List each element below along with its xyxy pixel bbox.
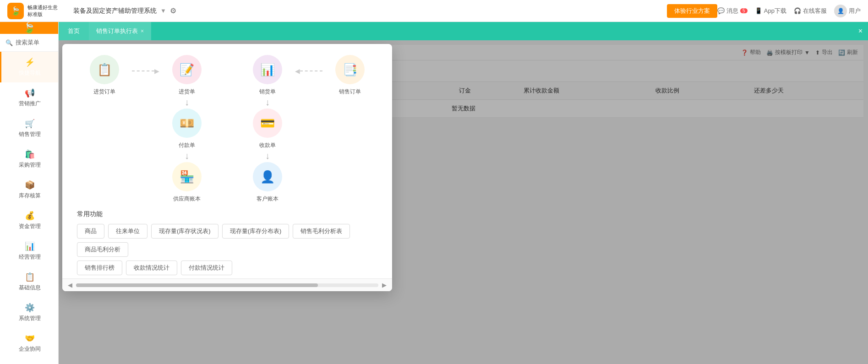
sales-order-circle: 📑: [335, 55, 365, 84]
sidebar: 🍃 🔍 搜索菜单 ⚡ 快捷导航 📢 营销推广 🛒 销售管理 🛍️ 采购管理: [0, 22, 59, 364]
content-area: 首页 销售订单执行表 × × ❓ 帮助 🖨️ 按模板打印: [59, 22, 868, 364]
basic-info-icon: 📋: [25, 272, 35, 282]
sidebar-item-purchase[interactable]: 🛍️ 采购管理: [0, 144, 58, 174]
tab-bar: 首页 销售订单执行表 × ×: [59, 22, 868, 40]
sidebar-item-label: 库存核算: [19, 192, 41, 200]
logo-area: 🍃 畅康通好生意 标准版: [7, 3, 66, 19]
purchase-bill-circle: 📝: [172, 55, 202, 84]
sales-bill-label: 销货单: [259, 88, 276, 96]
sidebar-item-sales[interactable]: 🛒 销售管理: [0, 113, 58, 144]
user-item[interactable]: 👤 用户: [834, 5, 861, 17]
flow-item-sales-order[interactable]: 📑 销售订单: [322, 55, 377, 96]
tab-bar-close-icon[interactable]: ×: [853, 27, 868, 35]
marketing-icon: 📢: [25, 88, 35, 98]
sidebar-item-label: 资金管理: [19, 223, 41, 230]
customer-account-circle: 👤: [253, 162, 282, 191]
inventory-icon: 📦: [25, 180, 35, 190]
btn-receipt-stats[interactable]: 收款情况统计: [126, 261, 177, 275]
receipt-circle: 💳: [253, 109, 282, 138]
btn-product-profit[interactable]: 商品毛利分析: [77, 242, 128, 257]
flow-item-supplier-account[interactable]: 🏪 供应商账本: [159, 162, 214, 203]
online-service-label: 在线客服: [803, 7, 827, 15]
sales-bill-circle: 📊: [253, 55, 282, 84]
finance-icon: 💰: [25, 211, 35, 221]
flow-item-payment[interactable]: 💴 付款单: [159, 109, 214, 149]
common-functions-section: 常用功能 商品 往来单位 现存量(库存状况表) 现存量(库存分布表) 销售毛利分…: [77, 210, 377, 275]
modal-overlay[interactable]: 📋 进货订单 ▶ 📝 进货单: [59, 40, 868, 364]
sidebar-item-finance[interactable]: 💰 资金管理: [0, 205, 58, 236]
supplier-account-label: 供应商账本: [173, 195, 201, 203]
user-name: 用户: [849, 7, 861, 15]
sidebar-item-basic-info[interactable]: 📋 基础信息: [0, 266, 58, 297]
system-name: 装备及固定资产辅助管理系统: [73, 7, 157, 15]
sales-order-label: 销售订单: [339, 88, 361, 96]
top-right-area: 💬 消息 5 📱 App下载 🎧 在线客服 👤 用户: [717, 5, 861, 17]
search-menu-item[interactable]: 🔍 搜索菜单: [0, 34, 58, 52]
sidebar-item-system[interactable]: ⚙️ 系统管理: [0, 297, 58, 328]
app-download-item[interactable]: 📱 App下载: [755, 7, 786, 15]
app-download-label: App下载: [764, 7, 786, 15]
tab-home[interactable]: 首页: [59, 22, 89, 40]
sidebar-item-label: 采购管理: [19, 161, 41, 169]
purchase-bill-label: 进货单: [179, 88, 195, 96]
quick-nav-icon: ⚡: [25, 57, 35, 67]
phone-icon: 📱: [755, 7, 762, 14]
common-buttons-group-2: 销售排行榜 收款情况统计 付款情况统计: [77, 261, 377, 275]
scroll-right-btn[interactable]: ▶: [382, 282, 387, 288]
btn-payment-stats[interactable]: 付款情况统计: [181, 261, 232, 275]
sidebar-item-label: 经营管理: [19, 253, 41, 261]
search-icon: 🔍: [5, 39, 13, 46]
supplier-account-circle: 🏪: [172, 162, 202, 191]
btn-trading-partner[interactable]: 往来单位: [108, 224, 147, 239]
sidebar-item-label: 营销推广: [19, 100, 41, 108]
purchase-icon: 🛍️: [25, 149, 35, 159]
flow-item-sales-bill[interactable]: 📊 销货单: [240, 55, 295, 96]
sidebar-item-label: 销售管理: [19, 130, 41, 138]
purchase-order-circle: 📋: [90, 55, 119, 84]
trial-button[interactable]: 体验行业方案: [667, 4, 717, 18]
message-badge: 5: [740, 8, 748, 13]
settings-icon[interactable]: ⚙: [170, 6, 176, 15]
tab-current[interactable]: 销售订单执行表 ×: [89, 22, 151, 40]
sidebar-item-label: 基础信息: [19, 284, 41, 292]
sidebar-item-operations[interactable]: 📊 经营管理: [0, 236, 58, 266]
btn-sales-rank[interactable]: 销售排行榜: [77, 261, 122, 275]
tab-close-icon[interactable]: ×: [141, 28, 144, 34]
common-functions-title: 常用功能: [77, 210, 377, 218]
message-item[interactable]: 💬 消息 5: [717, 7, 748, 15]
btn-inventory-dist[interactable]: 现存量(库存分布表): [222, 224, 289, 239]
sidebar-item-label: 系统管理: [19, 315, 41, 322]
avatar: 👤: [834, 5, 847, 17]
btn-product[interactable]: 商品: [77, 224, 104, 239]
sales-icon: 🛒: [25, 119, 35, 129]
flow-item-purchase-bill[interactable]: 📝 进货单: [159, 55, 214, 96]
headset-icon: 🎧: [794, 7, 801, 14]
flow-section: 📋 进货订单 ▶ 📝 进货单: [77, 55, 377, 203]
sidebar-item-marketing[interactable]: 📢 营销推广: [0, 82, 58, 113]
flow-item-purchase-order[interactable]: 📋 进货订单: [77, 55, 132, 96]
sidebar-item-beginner[interactable]: 📖 新手引导: [0, 359, 58, 364]
logo-icon: 🍃: [7, 3, 24, 19]
sidebar-item-enterprise[interactable]: 🤝 企业协同: [0, 328, 58, 359]
btn-inventory-status[interactable]: 现存量(库存状况表): [151, 224, 218, 239]
modal-content: 📋 进货订单 ▶ 📝 进货单: [62, 44, 392, 278]
sidebar-item-label: 企业协同: [19, 345, 41, 353]
system-title-area: 装备及固定资产辅助管理系统 ▼ ⚙: [66, 6, 667, 15]
scroll-track[interactable]: [76, 283, 378, 287]
sidebar-logo-icon: 🍃: [23, 22, 35, 34]
page-content: ❓ 帮助 🖨️ 按模板打印 ▼ ⬆ 导出 🔄 刷新: [59, 40, 868, 364]
flow-item-customer-account[interactable]: 👤 客户账本: [240, 162, 295, 203]
sidebar-item-quick-nav[interactable]: ⚡ 快捷导航: [0, 52, 58, 82]
sidebar-item-inventory[interactable]: 📦 库存核算: [0, 174, 58, 205]
flow-item-receipt[interactable]: 💳 收款单: [240, 109, 295, 149]
search-menu-label: 搜索菜单: [16, 38, 39, 47]
logo-line1: 畅康通好生意: [27, 4, 58, 11]
scroll-left-btn[interactable]: ◀: [68, 282, 72, 288]
quick-nav-modal: 📋 进货订单 ▶ 📝 进货单: [62, 44, 392, 291]
scroll-area: ◀ ▶: [62, 278, 392, 291]
purchase-order-label: 进货订单: [93, 88, 115, 96]
operations-icon: 📊: [25, 241, 35, 251]
title-dropdown-icon[interactable]: ▼: [160, 7, 166, 14]
online-service-item[interactable]: 🎧 在线客服: [794, 7, 827, 15]
btn-sales-profit[interactable]: 销售毛利分析表: [293, 224, 350, 239]
